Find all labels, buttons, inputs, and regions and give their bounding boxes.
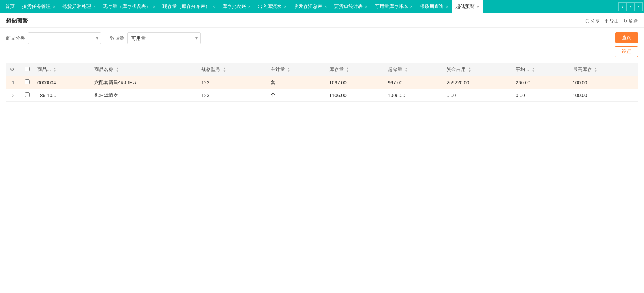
table-body: 1 0000004 六配套新昌490BPG 123 套 1097.00 997.… bbox=[6, 76, 638, 102]
table-container: ⚙ 商品... ▲▼ 商品名称 ▲▼ 规格型号 ▲▼ bbox=[0, 63, 644, 102]
row-unit: 个 bbox=[267, 89, 326, 102]
col-header-product-code[interactable]: 商品... ▲▼ bbox=[34, 63, 91, 76]
sort-icon: ▲▼ bbox=[468, 67, 471, 73]
page-wrapper: 超储预警 ⬡ 分享 ⬆ 导出 ↻ 刷新 商品分类 ▾ bbox=[0, 13, 644, 293]
category-label: 商品分类 bbox=[6, 35, 25, 41]
nav-item-stock-status[interactable]: 现存量（库存状况表） × bbox=[99, 0, 159, 13]
nav-item-batch[interactable]: 库存批次账 × bbox=[219, 0, 254, 13]
nav-next-button[interactable]: › bbox=[626, 2, 634, 11]
row-stock: 1097.00 bbox=[326, 76, 384, 89]
category-select[interactable] bbox=[28, 32, 101, 44]
close-icon[interactable]: × bbox=[93, 4, 95, 9]
filter-actions: 查询 设置 bbox=[615, 32, 638, 57]
row-spec: 123 bbox=[198, 89, 267, 102]
nav-item-pick-task[interactable]: 拣货任务管理 × bbox=[18, 0, 59, 13]
col-header-spec[interactable]: 规格型号 ▲▼ bbox=[198, 63, 267, 76]
col-header-avg[interactable]: 平均... ▲▼ bbox=[512, 63, 569, 76]
close-icon[interactable]: × bbox=[325, 4, 327, 9]
row-overflow: 1006.00 bbox=[384, 89, 443, 102]
sort-icon: ▲▼ bbox=[346, 67, 349, 73]
select-all-checkbox[interactable] bbox=[25, 67, 30, 71]
refresh-icon: ↻ bbox=[623, 18, 627, 24]
category-filter: 商品分类 ▾ bbox=[6, 32, 101, 44]
close-icon[interactable]: × bbox=[365, 4, 367, 9]
col-header-stock[interactable]: 库存量 ▲▼ bbox=[326, 63, 384, 76]
row-capital: 259220.00 bbox=[443, 76, 512, 89]
refresh-button[interactable]: ↻ 刷新 bbox=[623, 18, 638, 25]
row-avg: 260.00 bbox=[512, 76, 569, 89]
query-button[interactable]: 查询 bbox=[615, 32, 638, 43]
row-overflow: 997.00 bbox=[384, 76, 443, 89]
close-icon[interactable]: × bbox=[477, 4, 479, 9]
export-icon: ⬆ bbox=[604, 18, 608, 24]
col-header-settings: ⚙ bbox=[6, 63, 21, 76]
nav-arrows: ‹ › › bbox=[618, 2, 643, 11]
close-icon[interactable]: × bbox=[53, 4, 55, 9]
col-header-capital[interactable]: 资金占用 ▲▼ bbox=[443, 63, 512, 76]
nav-item-overstock[interactable]: 超储预警 × bbox=[452, 0, 483, 13]
close-icon[interactable]: × bbox=[410, 4, 413, 9]
nav-prev-button[interactable]: ‹ bbox=[618, 2, 626, 11]
row-unit: 套 bbox=[267, 76, 326, 89]
col-header-overflow[interactable]: 超储量 ▲▼ bbox=[384, 63, 443, 76]
top-navigation: 首页 拣货任务管理 × 拣货异常处理 × 现存量（库存状况表） × 现存量（库存… bbox=[0, 0, 644, 13]
filter-row: 商品分类 ▾ 数据源 可用量 ▾ 查询 设置 bbox=[0, 28, 644, 62]
row-capital: 0.00 bbox=[443, 89, 512, 102]
close-icon[interactable]: × bbox=[446, 4, 448, 9]
row-product-name: 机油滤清器 bbox=[91, 89, 198, 102]
sort-icon: ▲▼ bbox=[287, 67, 290, 73]
col-header-product-name[interactable]: 商品名称 ▲▼ bbox=[91, 63, 198, 76]
row-spec: 123 bbox=[198, 76, 267, 89]
nav-item-home[interactable]: 首页 bbox=[1, 0, 18, 13]
row-avg: 0.00 bbox=[512, 89, 569, 102]
close-icon[interactable]: × bbox=[284, 4, 286, 9]
header-actions: ⬡ 分享 ⬆ 导出 ↻ 刷新 bbox=[585, 18, 638, 25]
row-max-stock: 100.00 bbox=[569, 89, 638, 102]
row-checkbox[interactable] bbox=[25, 79, 30, 84]
row-index: 2 bbox=[6, 89, 21, 102]
nav-item-order-stats[interactable]: 要货单统计表 × bbox=[330, 0, 371, 13]
datasource-label: 数据源 bbox=[110, 35, 124, 41]
row-product-code: 0000004 bbox=[34, 76, 91, 89]
close-icon[interactable]: × bbox=[248, 4, 250, 9]
nav-item-pick-exception[interactable]: 拣货异常处理 × bbox=[59, 0, 99, 13]
col-header-unit[interactable]: 主计量 ▲▼ bbox=[267, 63, 326, 76]
row-checkbox-cell bbox=[21, 76, 34, 89]
datasource-select-wrapper: 可用量 ▾ bbox=[127, 32, 201, 44]
nav-item-stock-dist[interactable]: 现存量（库存分布表） × bbox=[159, 0, 218, 13]
sort-icon: ▲▼ bbox=[405, 67, 407, 73]
data-table: ⚙ 商品... ▲▼ 商品名称 ▲▼ 规格型号 ▲▼ bbox=[6, 63, 638, 102]
col-header-max-stock[interactable]: 最高库存 ▲▼ bbox=[569, 63, 638, 76]
page-header: 超储预警 ⬡ 分享 ⬆ 导出 ↻ 刷新 bbox=[0, 13, 644, 28]
row-checkbox-cell bbox=[21, 89, 34, 102]
nav-item-recv-send[interactable]: 收发存汇总表 × bbox=[290, 0, 330, 13]
nav-item-inout-flow[interactable]: 出入库流水 × bbox=[254, 0, 290, 13]
row-product-code: 186-10... bbox=[34, 89, 91, 102]
close-icon[interactable]: × bbox=[212, 4, 215, 9]
table-row: 2 186-10... 机油滤清器 123 个 1106.00 1006.00 … bbox=[6, 89, 638, 102]
sort-icon: ▲▼ bbox=[116, 67, 119, 73]
export-button[interactable]: ⬆ 导出 bbox=[604, 18, 619, 25]
page-title: 超储预警 bbox=[6, 18, 28, 25]
datasource-select[interactable]: 可用量 bbox=[127, 32, 201, 44]
nav-more-button[interactable]: › bbox=[634, 2, 643, 11]
row-product-name: 六配套新昌490BPG bbox=[91, 76, 198, 89]
sort-icon: ▲▼ bbox=[223, 67, 226, 73]
row-checkbox[interactable] bbox=[25, 92, 30, 97]
close-icon[interactable]: × bbox=[153, 4, 155, 9]
nav-item-quality-query[interactable]: 保质期查询 × bbox=[416, 0, 452, 13]
sort-icon: ▲▼ bbox=[53, 67, 56, 73]
table-header-row: ⚙ 商品... ▲▼ 商品名称 ▲▼ 规格型号 ▲▼ bbox=[6, 63, 638, 76]
settings-icon[interactable]: ⚙ bbox=[10, 66, 14, 73]
row-stock: 1106.00 bbox=[326, 89, 384, 102]
col-header-checkbox bbox=[21, 63, 34, 76]
category-select-wrapper: ▾ bbox=[28, 32, 101, 44]
share-icon: ⬡ bbox=[585, 18, 589, 24]
sort-icon: ▲▼ bbox=[594, 67, 597, 73]
table-row: 1 0000004 六配套新昌490BPG 123 套 1097.00 997.… bbox=[6, 76, 638, 89]
row-max-stock: 100.00 bbox=[569, 76, 638, 89]
share-button[interactable]: ⬡ 分享 bbox=[585, 18, 600, 25]
settings-button[interactable]: 设置 bbox=[615, 46, 638, 57]
nav-item-avail-stock[interactable]: 可用量库存账本 × bbox=[371, 0, 416, 13]
datasource-filter: 数据源 可用量 ▾ bbox=[110, 32, 201, 44]
